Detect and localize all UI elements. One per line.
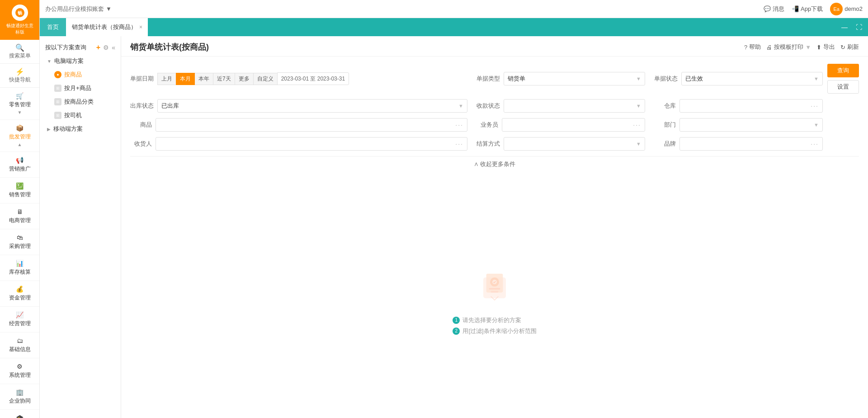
sidebar-logo[interactable]: 畅 畅捷通好生意标版 [0,0,39,40]
sidebar-item-enterprise-label: 企业协同 [9,397,31,405]
sidebar-item-retail-label: 零售管理 [9,101,31,109]
tab-home[interactable]: 首页 [40,18,66,36]
sidebar-quick-nav[interactable]: ⚡ 快捷导航 [0,64,39,88]
sidebar-item-system[interactable]: ⚙ 系统管理 [0,358,39,384]
sidebar-item-sales[interactable]: 💹 销售管理 [0,178,39,204]
top-header: 办公用品行业模拟账套 ▼ 💬 消息 📲 App下载 Ea demo2 [40,0,868,18]
tree-child-by-month-goods[interactable]: ⊞ 按月+商品 [51,81,117,95]
date-btn-more[interactable]: 更多 [235,73,254,85]
tab-close-icon[interactable]: × [139,24,142,30]
left-panel: 按以下方案查询 + ⚙ « ▼ 电脑端方案 ● 按商品 [40,36,121,418]
svg-text:畅: 畅 [18,10,22,15]
sidebar: 畅 畅捷通好生意标版 🔍 搜索菜单 ⚡ 快捷导航 🛒 零售管理 ▼ 📦 批发管理… [0,0,40,418]
empty-tip-1-text: 请先选择要分析的方案 [462,316,521,324]
month-goods-icon: ⊞ [54,85,61,92]
sidebar-item-marketing[interactable]: 📢 营销推广 [0,152,39,178]
tree-desktop-parent[interactable]: ▼ 电脑端方案 [43,54,117,68]
receiver-control[interactable]: ··· [156,137,467,151]
sidebar-item-basic[interactable]: 🗂 基础信息 [0,332,39,358]
sidebar-item-finance[interactable]: 💰 资金管理 [0,281,39,307]
type-label: 单据类型 [476,75,504,83]
download-icon: 📲 [792,5,799,12]
date-btn-last-month[interactable]: 上月 [157,73,176,85]
tree-section: ▼ 电脑端方案 ● 按商品 ⊞ 按月+商品 ⊞ 按商品分类 [40,54,121,136]
add-scheme-btn[interactable]: + [96,43,100,52]
out-status-control[interactable]: 已出库 ▼ [157,99,467,113]
avatar-initials: Ea [834,6,840,12]
print-arrow-icon: ▼ [805,44,811,51]
settlement-control[interactable]: ▼ [504,137,645,151]
date-btn-this-year[interactable]: 本年 [194,73,213,85]
sidebar-item-wholesale[interactable]: 📦 批发管理 ▲ [0,120,39,152]
collapse-panel-btn[interactable]: « [112,44,115,51]
content-area: 按以下方案查询 + ⚙ « ▼ 电脑端方案 ● 按商品 [40,36,868,418]
sidebar-item-enterprise[interactable]: 🏢 企业协同 [0,384,39,410]
message-icon: 💬 [764,5,771,12]
user-menu[interactable]: Ea demo2 [830,3,863,15]
filter-row-2: 出库状态 已出库 ▼ 收款状态 ▼ [130,99,859,113]
page-title: 销货单统计表(按商品) [130,42,209,52]
sidebar-search[interactable]: 🔍 搜索菜单 [0,40,39,64]
filter-status-item: 单据状态 已生效 ▼ [654,72,823,86]
setting-button[interactable]: 设置 [827,80,859,94]
salesperson-control[interactable]: ··· [502,118,645,132]
app-download-label: App下载 [801,5,823,13]
tree-child-by-driver[interactable]: ⊞ 按司机 [51,109,117,122]
tree-child-by-category[interactable]: ⊞ 按商品分类 [51,95,117,109]
settings-scheme-btn[interactable]: ⚙ [103,44,109,51]
refresh-btn[interactable]: ↻ 刷新 [840,43,859,51]
date-btn-this-month[interactable]: 本月 [176,73,195,85]
filter-date-item: 单据日期 上月 本月 本年 近7天 更多 自定义 2023- [130,72,467,85]
date-range-input[interactable]: 2023-03-01 至 2023-03-31 [277,72,349,85]
tree-arrow-icon: ▼ [47,59,52,64]
sidebar-item-operations-label: 经营管理 [9,320,31,328]
sidebar-item-purchase[interactable]: 🛍 采购管理 [0,229,39,255]
tree-child-by-goods[interactable]: ● 按商品 [51,68,117,81]
warehouse-control[interactable]: ··· [679,99,823,113]
tree-mobile-parent[interactable]: ▶ 移动端方案 [43,122,117,136]
template-print-btn[interactable]: 🖨 按模板打印 ▼ [766,43,811,51]
sidebar-item-finance-label: 资金管理 [9,294,31,302]
type-control[interactable]: 销货单 ▼ [504,72,645,86]
export-btn[interactable]: ⬆ 导出 [816,43,835,51]
template-print-label: 按模板打印 [774,43,803,51]
quick-nav-label: 快捷导航 [3,76,37,84]
tab-minimize-btn[interactable]: — [839,22,850,33]
app-download-btn[interactable]: 📲 App下载 [792,5,823,13]
sidebar-item-retail[interactable]: 🛒 零售管理 ▼ [0,88,39,120]
chevron-up-icon: ▲ [18,142,22,147]
tab-sales-stats[interactable]: 销货单统计表（按商品） × [66,18,148,36]
filter-receiver-item: 收货人 ··· [130,137,467,151]
filter-receive-status-item: 收款状态 ▼ [476,99,645,113]
collapse-conditions-btn[interactable]: ∧ 收起更多条件 [130,156,859,172]
out-status-arrow-icon: ▼ [458,103,463,109]
sidebar-item-marketing-label: 营销推广 [9,165,31,173]
sidebar-item-purchase-label: 采购管理 [9,242,31,250]
help-btn[interactable]: ? 帮助 [744,43,761,51]
sidebar-item-ecommerce[interactable]: 🖥 电商管理 [0,204,39,229]
department-control[interactable]: ▼ [679,118,823,132]
sidebar-item-operations[interactable]: 📈 经营管理 [0,307,39,332]
message-btn[interactable]: 💬 消息 [764,5,784,13]
sidebar-item-inventory[interactable]: 📊 库存核算 [0,255,39,281]
query-button[interactable]: 查询 [827,64,859,77]
company-selector[interactable]: 办公用品行业模拟账套 ▼ [45,5,112,13]
export-label: 导出 [823,43,835,51]
date-btn-custom[interactable]: 自定义 [253,73,278,85]
warehouse-label: 仓库 [654,102,679,110]
date-quick-btns: 上月 本月 本年 近7天 更多 自定义 [157,73,277,85]
sidebar-item-newbie[interactable]: 🎓 新手引导 [0,410,39,418]
department-arrow-icon: ▼ [814,122,819,128]
left-panel-title: 按以下方案查询 [45,43,86,52]
goods-dots-icon: ··· [455,121,463,128]
help-label: 帮助 [749,43,761,51]
company-name: 办公用品行业模拟账套 [45,5,104,13]
brand-control[interactable]: ··· [679,137,823,151]
tab-maximize-btn[interactable]: ⛶ [854,22,864,33]
goods-control[interactable]: ··· [156,118,467,132]
collapse-label: ∧ 收起更多条件 [474,161,516,167]
receive-status-control[interactable]: ▼ [504,99,645,113]
status-control[interactable]: 已生效 ▼ [681,72,823,86]
tree-mobile-arrow-icon: ▶ [47,127,51,132]
date-btn-7days[interactable]: 近7天 [213,73,235,85]
